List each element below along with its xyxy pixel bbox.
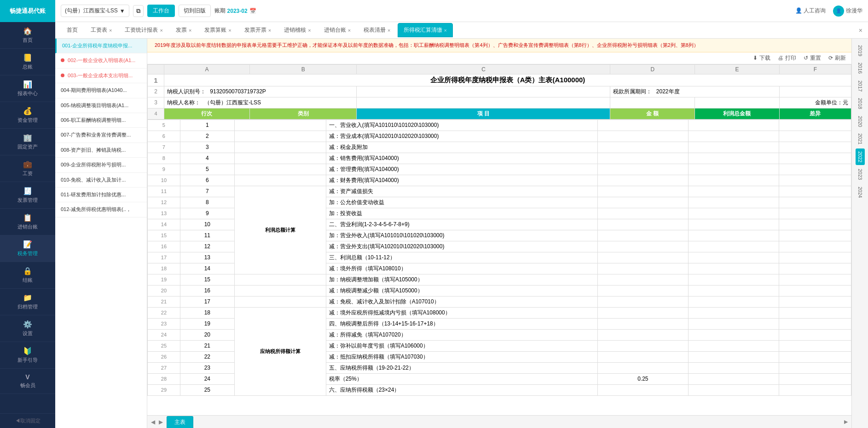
sheet-nav-prev[interactable]: ◀ <box>151 419 155 425</box>
cell-hangci[interactable]: 20 <box>180 329 234 340</box>
cell-jine[interactable]: 0.25 <box>597 373 688 384</box>
cell-jine[interactable] <box>597 175 688 186</box>
cell-jine[interactable] <box>597 197 688 208</box>
switch-version-button[interactable]: 切到旧版 <box>179 5 211 17</box>
cell-chayi[interactable] <box>779 274 851 285</box>
cell-chayi[interactable] <box>779 252 851 263</box>
cell-jine[interactable] <box>597 351 688 362</box>
cell-lirun[interactable] <box>688 241 779 252</box>
cell-lirun[interactable] <box>688 197 779 208</box>
cell-lirun[interactable] <box>688 340 779 351</box>
cell-chayi[interactable] <box>779 186 851 197</box>
cell-lirun[interactable] <box>688 263 779 274</box>
cell-hangci[interactable]: 15 <box>180 274 234 285</box>
spreadsheet-area[interactable]: A B C D E F 1 企业所得税年度纳税申报表（A类）主表(A100000… <box>147 64 851 416</box>
sidebar-item-tax[interactable]: 📝 税务管理 <box>0 235 55 262</box>
cell-lirun[interactable] <box>688 230 779 241</box>
year-item-2020[interactable]: 2020 <box>856 113 865 130</box>
cell-jine[interactable] <box>597 329 688 340</box>
cell-lirun[interactable] <box>688 351 779 362</box>
list-item-009[interactable]: 009-企业所得税附补亏损明... <box>55 158 147 172</box>
sidebar-item-settings[interactable]: ⚙️ 设置 <box>0 315 55 342</box>
cell-jine[interactable] <box>597 153 688 164</box>
cell-jine[interactable] <box>597 362 688 373</box>
cell-hangci[interactable]: 3 <box>180 142 234 153</box>
cell-hangci[interactable]: 17 <box>180 296 234 307</box>
cell-lirun[interactable] <box>688 153 779 164</box>
cell-hangci[interactable]: 9 <box>180 208 234 219</box>
cell-hangci[interactable]: 10 <box>180 219 234 230</box>
cell-jine[interactable] <box>597 230 688 241</box>
list-item-001[interactable]: 001-企业所得税年度纳税申报... <box>55 39 147 53</box>
sidebar-item-sales-ledger[interactable]: 📋 进销台账 <box>0 209 55 235</box>
cell-chayi[interactable] <box>779 219 851 230</box>
close-icon[interactable]: × <box>189 28 191 33</box>
cell-jine[interactable] <box>597 318 688 329</box>
sheet-tab-main[interactable]: 主表 <box>167 416 193 428</box>
year-item-2024[interactable]: 2024 <box>856 184 865 200</box>
tab-invoice-calc[interactable]: 发票算账 × <box>198 23 237 37</box>
cell-hangci[interactable]: 22 <box>180 351 234 362</box>
cell-hangci[interactable]: 18 <box>180 307 234 318</box>
close-icon[interactable]: × <box>308 28 311 33</box>
cell-chayi[interactable] <box>779 131 851 142</box>
list-item-003[interactable]: 003-一般企业成本支出明细... <box>55 68 147 83</box>
cell-chayi[interactable] <box>779 153 851 164</box>
download-button[interactable]: ⬇ 下载 <box>753 54 770 62</box>
cell-hangci[interactable]: 23 <box>180 362 234 373</box>
cell-jine[interactable] <box>597 219 688 230</box>
cell-jine[interactable] <box>597 340 688 351</box>
cell-lirun[interactable] <box>688 142 779 153</box>
cell-hangci[interactable]: 1 <box>180 120 234 131</box>
cell-hangci[interactable]: 12 <box>180 241 234 252</box>
cell-chayi[interactable] <box>779 142 851 153</box>
cell-hangci[interactable]: 4 <box>180 153 234 164</box>
cell-chayi[interactable] <box>779 307 851 318</box>
cell-lirun[interactable] <box>688 208 779 219</box>
cell-hangci[interactable]: 6 <box>180 175 234 186</box>
cell-lirun[interactable] <box>688 384 779 395</box>
close-all-tabs-button[interactable]: × <box>859 27 862 34</box>
sidebar-item-assets[interactable]: 💰 资金管理 <box>0 102 55 129</box>
cell-lirun[interactable] <box>688 285 779 296</box>
close-icon[interactable]: × <box>348 28 351 33</box>
cell-chayi[interactable] <box>779 340 851 351</box>
list-item-004[interactable]: 004-期间费用明细表(A1040... <box>55 83 147 98</box>
cell-jine[interactable] <box>597 384 688 395</box>
close-icon[interactable]: × <box>444 28 447 33</box>
cell-chayi[interactable] <box>779 373 851 384</box>
workspace-button[interactable]: 工作台 <box>147 5 175 17</box>
cell-lirun[interactable] <box>688 362 779 373</box>
company-selector[interactable]: (勾册）江西服宝-LSS ▼ <box>61 5 129 17</box>
cell-chayi[interactable] <box>779 241 851 252</box>
sidebar-item-ledger[interactable]: 📒 总账 <box>0 49 55 75</box>
list-item-008[interactable]: 008-资产折旧、摊销及纳税... <box>55 143 147 158</box>
tab-payroll-stats[interactable]: 工资统计报表 × <box>119 23 168 37</box>
cell-lirun[interactable] <box>688 186 779 197</box>
close-icon[interactable]: × <box>228 28 231 33</box>
tab-invoice[interactable]: 发票 × <box>170 23 197 37</box>
year-item-2021[interactable]: 2021 <box>856 131 865 147</box>
list-item-005[interactable]: 005-纳税调整项目明细表(A1... <box>55 98 147 113</box>
cell-jine[interactable] <box>597 241 688 252</box>
cell-jine[interactable] <box>597 208 688 219</box>
cell-chayi[interactable] <box>779 120 851 131</box>
cell-jine[interactable] <box>597 274 688 285</box>
cell-jine[interactable] <box>597 263 688 274</box>
close-icon[interactable]: × <box>109 28 112 33</box>
close-icon[interactable]: × <box>268 28 271 33</box>
cell-chayi[interactable] <box>779 318 851 329</box>
cell-jine[interactable] <box>597 164 688 175</box>
tab-invoice-issue[interactable]: 发票开票 × <box>238 23 277 37</box>
cell-hangci[interactable]: 21 <box>180 340 234 351</box>
cell-chayi[interactable] <box>779 208 851 219</box>
cell-jine[interactable] <box>597 252 688 263</box>
cell-lirun[interactable] <box>688 296 779 307</box>
cell-chayi[interactable] <box>779 384 851 395</box>
cell-chayi[interactable] <box>779 296 851 307</box>
cell-chayi[interactable] <box>779 285 851 296</box>
print-button[interactable]: 🖨 打印 <box>778 54 796 62</box>
tab-sales-audit[interactable]: 进销稽核 × <box>278 23 317 37</box>
year-item-2019[interactable]: 2019 <box>856 42 865 59</box>
calendar-icon[interactable]: 📅 <box>249 8 256 14</box>
